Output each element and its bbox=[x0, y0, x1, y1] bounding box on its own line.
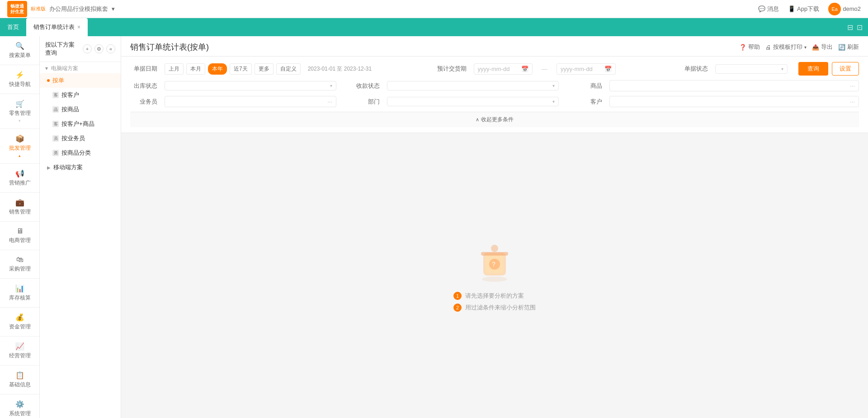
export-label: 导出 bbox=[821, 43, 833, 51]
search-icon: 🔍 bbox=[15, 42, 24, 50]
filter-row-2: 出库状态 ▾ 收款状态 ▾ 商品 ··· bbox=[130, 80, 859, 91]
sidebar-item-marketing[interactable]: 📢 营销推广 bbox=[0, 164, 39, 193]
user-name: demo2 bbox=[843, 5, 861, 12]
sidebar-item-operations[interactable]: 📈 经营管理 bbox=[0, 337, 39, 366]
product-input[interactable] bbox=[613, 82, 850, 89]
hint-num-1: 1 bbox=[453, 292, 462, 300]
date-btn-this-month[interactable]: 本月 bbox=[186, 63, 205, 75]
marketing-icon: 📢 bbox=[15, 169, 24, 178]
sidebar-item-wholesale[interactable]: 📦 批发管理 ▴ bbox=[0, 129, 39, 164]
salesperson-more-icon[interactable]: ··· bbox=[327, 98, 332, 105]
tab-minimize-btn[interactable]: ⊟ bbox=[847, 23, 853, 32]
message-icon: 💬 bbox=[758, 5, 765, 12]
date-range-text: 2023-01-01 至 2023-12-31 bbox=[308, 65, 372, 73]
collapse-up-icon: ∧ bbox=[476, 117, 479, 123]
left-panel-settings-btn[interactable]: ⚙ bbox=[94, 44, 104, 53]
sidebar-item-shortcut[interactable]: ⚡ 快捷导航 bbox=[0, 65, 39, 94]
sidebar-item-ecommerce[interactable]: 🖥 电商管理 bbox=[0, 222, 39, 250]
department-select[interactable]: ▾ bbox=[387, 97, 559, 106]
tree-item-by-salesperson[interactable]: 员 按业务员 bbox=[40, 131, 121, 146]
tree-group-mobile[interactable]: ▶ 移动端方案 bbox=[40, 160, 121, 175]
sidebar-item-sales[interactable]: 💼 销售管理 bbox=[0, 193, 39, 222]
svg-point-6 bbox=[491, 245, 498, 252]
retail-expand: ▾ bbox=[19, 119, 21, 123]
sidebar-item-retail[interactable]: 🛒 零售管理 ▾ bbox=[0, 94, 39, 129]
customer-input-wrap: ··· bbox=[609, 96, 859, 107]
tab-maximize-btn[interactable]: ⊡ bbox=[857, 23, 863, 32]
query-btn[interactable]: 查询 bbox=[798, 62, 828, 76]
shortcut-icon: ⚡ bbox=[15, 71, 24, 79]
customer-input[interactable] bbox=[613, 98, 850, 105]
sidebar-item-basic-label: 基础信息 bbox=[9, 381, 31, 389]
date-btn-last-7[interactable]: 近7天 bbox=[230, 63, 252, 75]
basic-icon: 📋 bbox=[15, 371, 24, 380]
tab-close-icon[interactable]: × bbox=[77, 24, 80, 30]
app-download-action[interactable]: 📱 App下载 bbox=[788, 5, 819, 13]
print-icon: 🖨 bbox=[765, 44, 771, 51]
payment-status-select[interactable]: ▾ bbox=[387, 81, 559, 90]
page-header: 销售订单统计表(按单) ❓ 帮助 🖨 按模板打印 ▾ 📤 导出 🔄 刷新 bbox=[121, 36, 868, 57]
tree-item-by-cust-prod[interactable]: 客 按客户+商品 bbox=[40, 117, 121, 131]
salesperson-label: 业务员 bbox=[130, 98, 157, 106]
top-bar: 畅捷通好生意 标准版 办公用品行业模拟账套 ▾ 💬 消息 📱 App下载 Ea … bbox=[0, 0, 868, 18]
tree-item-customer-icon: 客 bbox=[52, 92, 59, 98]
tree-item-by-order[interactable]: 按单 bbox=[40, 73, 121, 88]
action-bar: 查询 设置 bbox=[798, 62, 859, 76]
tab-home[interactable]: 首页 bbox=[0, 18, 26, 36]
tree-item-by-customer[interactable]: 客 按客户 bbox=[40, 88, 121, 102]
sidebar-item-marketing-label: 营销推广 bbox=[9, 179, 31, 187]
hint-num-2: 2 bbox=[453, 304, 462, 312]
status-select[interactable]: ▾ bbox=[715, 64, 788, 74]
sidebar-item-system[interactable]: ⚙️ 系统管理 bbox=[0, 394, 39, 418]
left-panel-add-btn[interactable]: + bbox=[83, 44, 92, 53]
logo: 畅捷通好生意 bbox=[7, 1, 27, 17]
user-action[interactable]: Ea demo2 bbox=[828, 3, 861, 15]
message-action[interactable]: 💬 消息 bbox=[758, 5, 779, 13]
calendar-end-icon[interactable]: 📅 bbox=[604, 66, 612, 72]
finance-icon: 💰 bbox=[15, 313, 24, 322]
tree-group-pc-expand[interactable]: ▾ bbox=[45, 65, 48, 71]
expected-date-start-input[interactable] bbox=[478, 66, 521, 72]
collapse-row[interactable]: ∧ 收起更多条件 bbox=[130, 112, 859, 127]
page-header-actions: ❓ 帮助 🖨 按模板打印 ▾ 📤 导出 🔄 刷新 bbox=[739, 43, 859, 51]
print-btn[interactable]: 🖨 按模板打印 ▾ bbox=[765, 43, 807, 51]
settings-btn[interactable]: 设置 bbox=[832, 62, 859, 76]
export-btn[interactable]: 📤 导出 bbox=[812, 43, 833, 51]
refresh-label: 刷新 bbox=[847, 43, 859, 51]
print-dropdown-icon[interactable]: ▾ bbox=[804, 45, 807, 50]
salesperson-input[interactable] bbox=[169, 98, 327, 105]
tree-item-by-prod-cat[interactable]: 类 按商品分类 bbox=[40, 146, 121, 160]
delivery-chevron-icon: ▾ bbox=[330, 83, 332, 88]
sidebar-item-system-label: 系统管理 bbox=[9, 410, 31, 418]
date-btn-custom[interactable]: 自定义 bbox=[276, 63, 301, 75]
filter-area: 单据日期 上月 本月 本年 近7天 更多 自定义 2023-01-01 至 20… bbox=[121, 57, 868, 133]
product-more-icon[interactable]: ··· bbox=[850, 82, 855, 89]
tab-sales-order-label: 销售订单统计表 bbox=[33, 23, 75, 31]
delivery-status-label: 出库状态 bbox=[130, 82, 157, 90]
refresh-btn[interactable]: 🔄 刷新 bbox=[838, 43, 859, 51]
left-panel-actions: + ⚙ « bbox=[83, 44, 115, 53]
sidebar-item-wholesale-label: 批发管理 bbox=[9, 144, 31, 152]
sidebar-item-search[interactable]: 🔍 搜索菜单 bbox=[0, 36, 39, 65]
expected-date-end-input[interactable] bbox=[561, 66, 604, 72]
dropdown-arrow[interactable]: ▾ bbox=[112, 5, 115, 12]
date-btn-this-year[interactable]: 本年 bbox=[208, 63, 227, 75]
tab-sales-order[interactable]: 销售订单统计表 × bbox=[26, 18, 88, 36]
customer-more-icon[interactable]: ··· bbox=[850, 98, 855, 105]
left-panel-collapse-btn[interactable]: « bbox=[106, 44, 115, 53]
date-btn-more[interactable]: 更多 bbox=[255, 63, 274, 75]
expected-date-start-wrap: 📅 bbox=[474, 63, 533, 75]
calendar-start-icon[interactable]: 📅 bbox=[521, 66, 528, 72]
sidebar-item-basic[interactable]: 📋 基础信息 bbox=[0, 366, 39, 394]
help-btn[interactable]: ❓ 帮助 bbox=[739, 43, 760, 51]
status-chevron-icon: ▾ bbox=[781, 66, 783, 71]
delivery-status-select[interactable]: ▾ bbox=[165, 81, 336, 90]
sidebar-item-purchase[interactable]: 🛍 采购管理 bbox=[0, 250, 39, 279]
date-btn-last-month[interactable]: 上月 bbox=[165, 63, 184, 75]
wholesale-icon: 📦 bbox=[15, 134, 24, 143]
filter-row-1: 单据日期 上月 本月 本年 近7天 更多 自定义 2023-01-01 至 20… bbox=[130, 62, 859, 76]
empty-hint-2: 2 用过滤条件来缩小分析范围 bbox=[453, 304, 536, 312]
sidebar-item-finance[interactable]: 💰 资金管理 bbox=[0, 308, 39, 337]
tree-item-by-product[interactable]: 品 按商品 bbox=[40, 102, 121, 117]
sidebar-item-inventory[interactable]: 📊 库存核算 bbox=[0, 279, 39, 308]
